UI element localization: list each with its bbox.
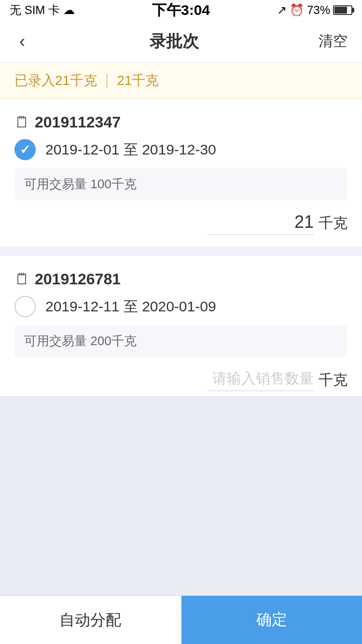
batch2-date: 2019-12-11 至 2020-01-09 bbox=[45, 297, 216, 317]
batch2-card: 🗒 2019126781 2019-12-11 至 2020-01-09 可用交… bbox=[0, 256, 362, 357]
auto-distribute-button[interactable]: 自动分配 bbox=[0, 596, 181, 644]
info-divider bbox=[107, 73, 107, 88]
batch1-available-row: 可用交易量 100千克 bbox=[14, 168, 348, 200]
status-time: 下午3:04 bbox=[152, 0, 210, 20]
clear-button[interactable]: 清空 bbox=[319, 31, 348, 51]
info-banner: 已录入21千克 21千克 bbox=[0, 63, 362, 99]
batch1-unit: 千克 bbox=[319, 213, 348, 233]
bottom-bar: 自动分配 确定 bbox=[0, 596, 362, 644]
batch1-id-row: 🗒 2019112347 bbox=[14, 113, 348, 131]
batch2-unit: 千克 bbox=[319, 370, 348, 390]
batch2-id: 2019126781 bbox=[35, 270, 121, 288]
status-right: ↗ ⏰ 73% bbox=[277, 3, 352, 17]
batch1-radio[interactable] bbox=[14, 139, 36, 160]
status-left: 无 SIM 卡 ☁ bbox=[10, 2, 75, 18]
batch1-available: 可用交易量 100千克 bbox=[24, 177, 137, 191]
sim-label: 无 SIM 卡 ☁ bbox=[10, 2, 75, 18]
batch1-date-row[interactable]: 2019-12-01 至 2019-12-30 bbox=[14, 139, 348, 160]
battery-icon bbox=[333, 5, 352, 15]
batch1-quantity-value[interactable]: 21 bbox=[275, 212, 314, 232]
batch1-icon: 🗒 bbox=[14, 113, 30, 131]
batch2-date-row[interactable]: 2019-12-11 至 2020-01-09 bbox=[14, 296, 348, 317]
batch2-available: 可用交易量 200千克 bbox=[24, 334, 137, 348]
total-amount: 21千克 bbox=[117, 71, 159, 90]
battery-percent: 73% bbox=[307, 3, 330, 17]
location-icon: ↗ bbox=[277, 3, 287, 17]
status-bar: 无 SIM 卡 ☁ 下午3:04 ↗ ⏰ 73% bbox=[0, 0, 362, 20]
batch2-quantity-placeholder[interactable]: 请输入销售数量 bbox=[212, 369, 314, 389]
batch2-radio[interactable] bbox=[14, 296, 36, 317]
confirm-button[interactable]: 确定 bbox=[181, 596, 362, 644]
batch1-date: 2019-12-01 至 2019-12-30 bbox=[45, 140, 216, 160]
batch2-quantity-underline: 请输入销售数量 bbox=[208, 369, 314, 391]
alarm-icon: ⏰ bbox=[290, 3, 304, 17]
nav-bar: ‹ 录批次 清空 bbox=[0, 20, 362, 63]
batch2-quantity-row: 请输入销售数量 千克 bbox=[0, 357, 362, 396]
section-divider-1 bbox=[0, 246, 362, 256]
back-button[interactable]: ‹ bbox=[14, 27, 30, 56]
batch1-quantity-row: 21 千克 bbox=[0, 200, 362, 246]
batch2-available-row: 可用交易量 200千克 bbox=[14, 325, 348, 357]
empty-area bbox=[0, 396, 362, 618]
batch1-card: 🗒 2019112347 2019-12-01 至 2019-12-30 可用交… bbox=[0, 99, 362, 200]
batch2-id-row: 🗒 2019126781 bbox=[14, 270, 348, 288]
batch2-icon: 🗒 bbox=[14, 270, 30, 288]
page-title: 录批次 bbox=[150, 30, 199, 53]
recorded-amount: 已录入21千克 bbox=[14, 71, 97, 90]
batch1-id: 2019112347 bbox=[35, 113, 121, 131]
batch1-quantity-underline: 21 bbox=[208, 212, 314, 235]
